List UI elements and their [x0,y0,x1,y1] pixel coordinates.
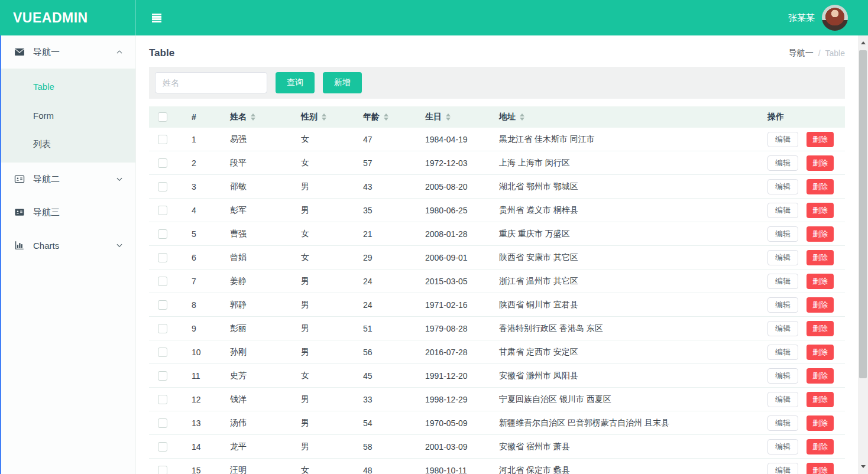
row-birthday: 2001-03-09 [417,442,491,452]
row-address: 香港特别行政区 香港岛 东区 [491,323,759,334]
table-body: 1易强女471984-04-19黑龙江省 佳木斯市 同江市编辑删除2段平女571… [149,128,845,474]
edit-button[interactable]: 编辑 [767,132,798,147]
sidebar-item-nav2[interactable]: 导航二 [0,163,135,196]
avatar[interactable] [822,5,848,31]
row-checkbox[interactable] [158,348,167,357]
row-name: 易强 [222,134,293,145]
window-edge [0,35,1,474]
edit-button[interactable]: 编辑 [767,179,798,194]
row-checkbox[interactable] [158,371,167,381]
column-header-name[interactable]: 姓名 [222,112,293,122]
sidebar-item-form[interactable]: Form [0,101,135,130]
edit-button[interactable]: 编辑 [767,226,798,242]
row-checkbox[interactable] [158,442,167,452]
row-actions: 编辑删除 [759,321,845,336]
table-row: 10孙刚男562016-07-28甘肃省 定西市 安定区编辑删除 [149,340,845,364]
row-gender: 男 [293,441,355,452]
delete-button[interactable]: 删除 [807,463,834,474]
edit-button[interactable]: 编辑 [767,415,798,431]
sidebar: 导航一 Table Form 列表 导航二 [0,35,136,474]
row-age: 56 [355,348,417,357]
column-header-age[interactable]: 年龄 [355,112,417,122]
scrollbar-up-arrow[interactable] [858,38,868,48]
row-checkbox[interactable] [158,206,167,215]
sidebar-item-nav1[interactable]: 导航一 [0,35,135,69]
sidebar-item-list[interactable]: 列表 [0,130,135,159]
row-checkbox[interactable] [158,135,167,144]
edit-button[interactable]: 编辑 [767,203,798,218]
user-menu[interactable]: 张某某 [788,5,868,31]
row-checkbox[interactable] [158,277,167,286]
table-row: 1易强女471984-04-19黑龙江省 佳木斯市 同江市编辑删除 [149,128,845,151]
scrollbar[interactable] [858,35,868,474]
edit-button[interactable]: 编辑 [767,463,798,474]
column-header-address[interactable]: 地址 [491,112,759,122]
chevron-up-icon [115,48,124,56]
delete-button[interactable]: 删除 [807,203,834,218]
delete-button[interactable]: 删除 [807,321,834,336]
breadcrumb-parent[interactable]: 导航一 [789,48,814,59]
delete-button[interactable]: 删除 [807,368,834,384]
row-actions: 编辑删除 [759,179,845,194]
edit-button[interactable]: 编辑 [767,392,798,407]
query-button[interactable]: 查询 [276,72,315,93]
sort-caret-icon[interactable] [446,113,451,121]
column-header-gender[interactable]: 性别 [293,112,355,122]
sort-caret-icon[interactable] [322,113,326,121]
delete-button[interactable]: 删除 [807,345,834,360]
row-gender: 男 [293,276,355,287]
row-checkbox[interactable] [158,324,167,333]
sort-caret-icon[interactable] [520,113,524,121]
row-actions: 编辑删除 [759,274,845,289]
row-address: 甘肃省 定西市 安定区 [491,347,759,358]
delete-button[interactable]: 删除 [807,274,834,289]
row-checkbox[interactable] [158,229,167,239]
edit-button[interactable]: 编辑 [767,297,798,313]
row-birthday: 1980-10-11 [417,466,491,474]
delete-button[interactable]: 删除 [807,415,834,431]
edit-button[interactable]: 编辑 [767,155,798,171]
add-button[interactable]: 新增 [323,72,362,93]
delete-button[interactable]: 删除 [807,297,834,313]
menu-toggle-button[interactable] [149,10,164,25]
row-index: 9 [183,324,222,333]
row-checkbox[interactable] [158,158,167,168]
edit-button[interactable]: 编辑 [767,368,798,384]
sidebar-item-label: 导航二 [33,174,115,185]
delete-button[interactable]: 删除 [807,250,834,265]
delete-button[interactable]: 删除 [807,226,834,242]
scrollbar-down-arrow[interactable] [858,462,868,472]
sidebar-item-charts[interactable]: Charts [0,229,135,262]
edit-button[interactable]: 编辑 [767,250,798,265]
row-checkbox[interactable] [158,395,167,404]
sort-caret-icon[interactable] [251,113,255,121]
column-header-actions: 操作 [759,112,845,122]
column-header-birthday[interactable]: 生日 [417,112,491,122]
delete-button[interactable]: 删除 [807,179,834,194]
row-checkbox[interactable] [158,466,167,474]
search-input[interactable] [155,72,267,93]
select-all-checkbox[interactable] [158,112,167,122]
edit-button[interactable]: 编辑 [767,274,798,289]
row-index: 14 [183,442,222,452]
row-checkbox[interactable] [158,300,167,310]
sidebar-item-nav3[interactable]: 导航三 [0,196,135,229]
edit-button[interactable]: 编辑 [767,439,798,454]
delete-button[interactable]: 删除 [807,132,834,147]
scrollbar-thumb[interactable] [859,50,867,378]
row-age: 51 [355,324,417,333]
row-checkbox[interactable] [158,418,167,428]
delete-button[interactable]: 删除 [807,439,834,454]
row-name: 彭军 [222,205,293,216]
row-checkbox-cell [149,442,183,452]
row-checkbox[interactable] [158,253,167,262]
delete-button[interactable]: 删除 [807,392,834,407]
sidebar-item-table[interactable]: Table [0,72,135,101]
row-checkbox[interactable] [158,182,167,191]
table-row: 3邵敏男432005-08-20湖北省 鄂州市 鄂城区编辑删除 [149,175,845,199]
edit-button[interactable]: 编辑 [767,345,798,360]
edit-button[interactable]: 编辑 [767,321,798,336]
delete-button[interactable]: 删除 [807,155,834,171]
sort-caret-icon[interactable] [384,113,388,121]
row-birthday: 1984-04-19 [417,135,491,144]
